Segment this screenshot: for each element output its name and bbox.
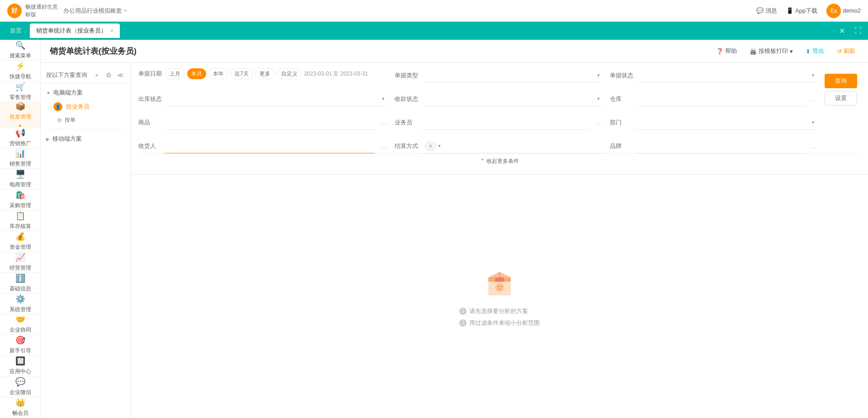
- filter-main-row: 单据日期 上月 本月 本年 近7天 更多 自定义: [138, 68, 861, 153]
- scheme-item-by-salesperson[interactable]: 👤 按业务员: [41, 100, 131, 114]
- filter-area: 单据日期 上月 本月 本年 近7天 更多 自定义: [131, 63, 868, 418]
- brand-input[interactable]: [636, 139, 805, 153]
- scheme-group-mobile-header[interactable]: ▶ 移动端方案: [41, 132, 131, 146]
- ecommerce-icon: 🖥️: [15, 169, 25, 179]
- sidebar-item-inventory[interactable]: 📋 库存核算: [0, 210, 40, 231]
- message-icon: 💬: [756, 7, 764, 14]
- warehouse-input[interactable]: [636, 92, 805, 106]
- sidebar-item-purchase[interactable]: 🛍️ 采购管理: [0, 190, 40, 210]
- svg-rect-2: [495, 277, 504, 282]
- scheme-collapse-button[interactable]: ≪: [115, 70, 125, 80]
- filter-field-warehouse: 仓库 …: [610, 92, 817, 106]
- refresh-button[interactable]: ↺ 刷新: [833, 45, 859, 57]
- brand-dots-icon[interactable]: …: [810, 142, 817, 150]
- page-actions: ❓ 帮助 🖨️ 按模板打印 ▾ ⬇ 导出 ↺ 刷新: [712, 45, 859, 57]
- query-buttons-area: 查询 设置: [821, 68, 861, 153]
- quick-nav-icon: ⚡: [15, 61, 25, 71]
- tab-close-button[interactable]: ×: [110, 28, 113, 33]
- consignee-dots-icon[interactable]: …: [380, 142, 387, 150]
- department-arrow-icon: ▾: [812, 119, 815, 125]
- scheme-add-button[interactable]: +: [92, 70, 102, 80]
- sidebar-item-appstore[interactable]: 🔲 应用中心: [0, 356, 40, 376]
- sidebar-item-retail[interactable]: 🛒 零售管理: [0, 81, 40, 102]
- help-button[interactable]: ❓ 帮助: [712, 45, 741, 57]
- stock-status-select[interactable]: ▾: [165, 92, 387, 106]
- department-select[interactable]: ▾: [636, 115, 817, 130]
- group-arrow-icon: ▼: [46, 90, 51, 95]
- sidebar-item-operations[interactable]: 📈 经营管理: [0, 252, 40, 273]
- warehouse-dots-icon[interactable]: …: [810, 95, 817, 103]
- sidebar: 🔍 搜索菜单 ⚡ 快捷导航 🛒 零售管理 📦 批发管理 ▲ 📢 营销推广 �: [0, 40, 41, 418]
- group-mobile-arrow-icon: ▶: [46, 137, 50, 142]
- sidebar-item-ecommerce[interactable]: 🖥️ 电商管理: [0, 169, 40, 190]
- page-title: 销货单统计表(按业务员): [50, 46, 137, 57]
- salesperson-input[interactable]: [421, 115, 590, 130]
- date-btn-more[interactable]: 更多: [255, 68, 274, 79]
- date-btn-this-month[interactable]: 本月: [187, 68, 206, 79]
- consignee-input[interactable]: [165, 139, 375, 153]
- collapse-more-conditions-button[interactable]: ⌃ 收起更多条件: [138, 153, 861, 169]
- date-btn-last-month[interactable]: 上月: [165, 68, 184, 79]
- print-button[interactable]: 🖨️ 按模板打印 ▾: [746, 45, 797, 57]
- salesperson-label: 业务员: [395, 119, 417, 127]
- filter-row-3: 商品 … 业务员 …: [138, 115, 817, 130]
- tab-sales-stats[interactable]: 销货单统计表（按业务员） ×: [30, 24, 120, 38]
- sidebar-item-newbie[interactable]: 🎯 新手引导: [0, 335, 40, 356]
- search-icon: 🔍: [15, 40, 25, 50]
- empty-tips: 1 请先选择要分析的方案 2 用过滤条件来缩小分析范围: [459, 305, 540, 329]
- payment-status-select[interactable]: ▾: [422, 92, 602, 106]
- retail-icon: 🛒: [15, 82, 25, 92]
- sidebar-item-wechat[interactable]: 💬 企业微信: [0, 376, 40, 397]
- sidebar-item-sales[interactable]: 📊 销售管理: [0, 148, 40, 169]
- date-btn-custom[interactable]: 自定义: [277, 68, 302, 79]
- date-btn-7days[interactable]: 近7天: [231, 68, 253, 79]
- sidebar-item-quick-nav[interactable]: ⚡ 快捷导航: [0, 61, 40, 81]
- message-button[interactable]: 💬 消息: [756, 7, 777, 15]
- date-filter-row: 上月 本月 本年 近7天 更多 自定义 2023-03-01 至 2023-03…: [165, 68, 387, 79]
- doc-status-arrow-icon: ▾: [812, 72, 815, 78]
- tab-close-window-button[interactable]: ✕: [835, 24, 848, 37]
- filter-field-consignee: 收货人 …: [138, 139, 387, 153]
- filter-field-doc-type: 单据类型 ▾: [395, 68, 602, 83]
- payment-method-tag: ×: [425, 142, 436, 151]
- inventory-icon: 📋: [15, 211, 25, 221]
- svg-point-5: [495, 283, 504, 292]
- settings-button[interactable]: 设置: [825, 91, 857, 105]
- sidebar-item-search[interactable]: 🔍 搜索菜单: [0, 40, 40, 61]
- product-input[interactable]: [165, 115, 375, 130]
- page-header: 销货单统计表(按业务员) ❓ 帮助 🖨️ 按模板打印 ▾ ⬇ 导出: [41, 40, 868, 63]
- sidebar-item-cooperation[interactable]: 🤝 企业协同: [0, 314, 40, 335]
- finance-icon: 💰: [15, 232, 25, 242]
- doc-type-arrow-icon: ▾: [597, 72, 600, 78]
- svg-point-7: [500, 286, 502, 287]
- scheme-group-desktop-header[interactable]: ▼ 电脑端方案: [41, 86, 131, 100]
- sidebar-item-finance[interactable]: 💰 资金管理: [0, 231, 40, 252]
- department-label: 部门: [610, 119, 632, 127]
- app-download-button[interactable]: 📱 App下载: [786, 7, 817, 15]
- user-profile[interactable]: Ea demo2: [826, 4, 861, 18]
- payment-method-area: × ▾: [422, 139, 602, 153]
- sidebar-item-marketing[interactable]: 📢 营销推广: [0, 128, 40, 148]
- tip-item-1: 1 请先选择要分析的方案: [459, 305, 540, 317]
- marketing-icon: 📢: [15, 128, 25, 138]
- breadcrumb-separator: ▾: [124, 7, 127, 14]
- sales-icon: 📊: [15, 148, 25, 158]
- product-dots-icon[interactable]: …: [380, 119, 387, 127]
- doc-status-select[interactable]: ▾: [637, 68, 817, 83]
- scheme-settings-button[interactable]: ⚙: [104, 70, 113, 80]
- sidebar-item-wholesale[interactable]: 📦 批发管理 ▲: [0, 102, 40, 128]
- salesperson-dots-icon[interactable]: …: [595, 119, 603, 127]
- tab-maximize-button[interactable]: ⛶: [852, 24, 864, 37]
- tip-number-2: 2: [459, 319, 467, 327]
- sidebar-item-basic[interactable]: ℹ️ 基础信息: [0, 273, 40, 294]
- date-btn-this-year[interactable]: 本年: [209, 68, 228, 79]
- scheme-item-by-order[interactable]: ⚙ 按单: [41, 114, 131, 126]
- sidebar-item-system[interactable]: ⚙️ 系统管理: [0, 294, 40, 314]
- tab-home[interactable]: 首页: [4, 24, 28, 38]
- export-button[interactable]: ⬇ 导出: [802, 45, 828, 57]
- sidebar-item-member[interactable]: 👑 畅会员: [0, 397, 40, 418]
- query-button[interactable]: 查询: [825, 74, 857, 88]
- scheme-item-icon: 👤: [53, 102, 62, 111]
- doc-type-select[interactable]: ▾: [422, 68, 602, 83]
- tag-close-icon[interactable]: ×: [429, 143, 432, 149]
